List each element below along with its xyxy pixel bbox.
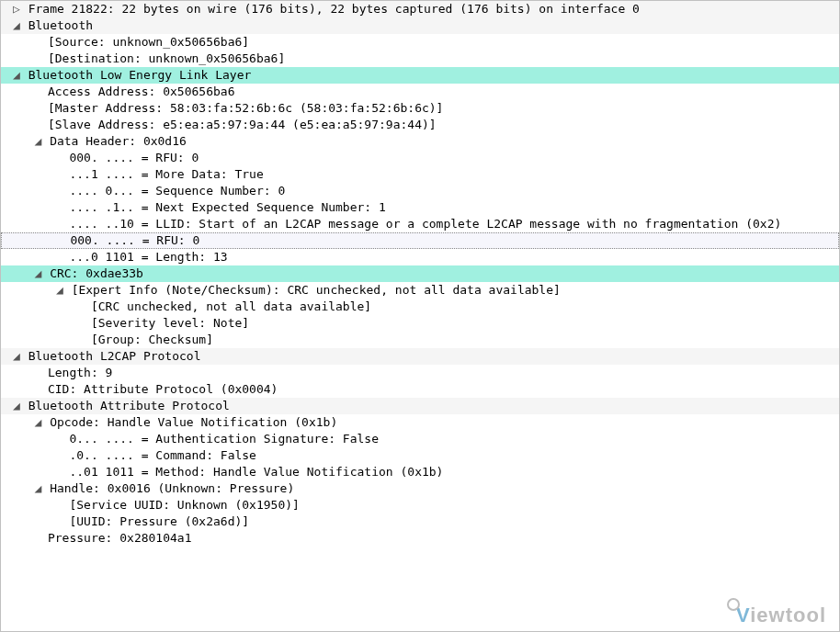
collapse-icon[interactable]: ◢ [55, 282, 64, 299]
expand-icon[interactable]: ▷ [12, 1, 21, 17]
att-auth-row[interactable]: 0... .... = Authentication Signature: Fa… [1, 431, 839, 447]
bluetooth-header-row[interactable]: ◢ Bluetooth [1, 17, 839, 34]
l2cap-length-row[interactable]: Length: 9 [1, 365, 839, 381]
collapse-icon[interactable]: ◢ [33, 133, 42, 150]
ble-slave: [Slave Address: e5:ea:a5:97:9a:44 (e5:ea… [48, 118, 437, 131]
att-auth: 0... .... = Authentication Signature: Fa… [69, 432, 379, 446]
frame-summary: Frame 21822: 22 bytes on wire (176 bits)… [28, 2, 640, 16]
bt-source: [Source: unknown_0x50656ba6] [48, 35, 249, 49]
dh-nesn-row[interactable]: .... .1.. = Next Expected Sequence Numbe… [1, 199, 839, 216]
att-cmd: .0.. .... = Command: False [69, 448, 256, 462]
watermark-logo: Viewtool [723, 607, 826, 624]
att-opcode-title: Opcode: Handle Value Notification (0x1b) [50, 415, 337, 429]
dh-nesn: .... .1.. = Next Expected Sequence Numbe… [69, 200, 385, 214]
dh-length-row[interactable]: ...0 1101 = Length: 13 [1, 249, 839, 265]
crc-group-row[interactable]: [Group: Checksum] [1, 332, 839, 348]
collapse-icon[interactable]: ◢ [33, 265, 42, 282]
crc-title: CRC: 0xdae33b [50, 266, 143, 280]
dh-seq-row[interactable]: .... 0... = Sequence Number: 0 [1, 183, 839, 199]
dh-llid: .... ..10 = LLID: Start of an L2CAP mess… [69, 217, 781, 231]
collapse-icon[interactable]: ◢ [12, 17, 21, 34]
crc-expert-row[interactable]: ◢ [Expert Info (Note/Checksum): CRC unch… [1, 282, 839, 299]
dh-rfu1: 000. .... = RFU: 0 [69, 151, 199, 164]
collapse-icon[interactable]: ◢ [12, 348, 21, 365]
data-header-title: Data Header: 0x0d16 [50, 134, 187, 148]
l2cap-cid: CID: Attribute Protocol (0x0004) [48, 382, 278, 396]
dh-length: ...0 1101 = Length: 13 [69, 250, 227, 264]
bt-destination: [Destination: unknown_0x50656ba6] [48, 51, 285, 65]
att-header-row[interactable]: ◢ Bluetooth Attribute Protocol [1, 398, 839, 414]
l2cap-title: Bluetooth L2CAP Protocol [28, 349, 201, 363]
att-pressure-row[interactable]: Pressure: 0x280104a1 [1, 530, 839, 547]
att-cmd-row[interactable]: .0.. .... = Command: False [1, 447, 839, 464]
watermark-text: iewtool [750, 604, 826, 626]
att-opcode-row[interactable]: ◢ Opcode: Handle Value Notification (0x1… [1, 414, 839, 431]
att-pressure: Pressure: 0x280104a1 [48, 531, 192, 545]
att-handle-row[interactable]: ◢ Handle: 0x0016 (Unknown: Pressure) [1, 480, 839, 497]
crc-severity: [Severity level: Note] [91, 316, 249, 330]
crc-group: [Group: Checksum] [91, 333, 213, 346]
collapse-icon[interactable]: ◢ [33, 480, 42, 497]
ble-slave-row[interactable]: [Slave Address: e5:ea:a5:97:9a:44 (e5:ea… [1, 117, 839, 133]
crc-unchecked: [CRC unchecked, not all data available] [91, 299, 371, 313]
dh-more: ...1 .... = More Data: True [69, 167, 263, 181]
dh-more-row[interactable]: ...1 .... = More Data: True [1, 166, 839, 183]
l2cap-header-row[interactable]: ◢ Bluetooth L2CAP Protocol [1, 348, 839, 365]
att-handle-title: Handle: 0x0016 (Unknown: Pressure) [50, 481, 294, 495]
ble-access-address-row[interactable]: Access Address: 0x50656ba6 [1, 84, 839, 100]
crc-unchecked-row[interactable]: [CRC unchecked, not all data available] [1, 299, 839, 315]
att-title: Bluetooth Attribute Protocol [28, 399, 230, 412]
l2cap-cid-row[interactable]: CID: Attribute Protocol (0x0004) [1, 381, 839, 398]
att-uuid-row[interactable]: [UUID: Pressure (0x2a6d)] [1, 514, 839, 530]
bt-source-row[interactable]: [Source: unknown_0x50656ba6] [1, 34, 839, 51]
ble-master-row[interactable]: [Master Address: 58:03:fa:52:6b:6c (58:0… [1, 100, 839, 117]
dh-seq: .... 0... = Sequence Number: 0 [69, 184, 285, 198]
data-header-row[interactable]: ◢ Data Header: 0x0d16 [1, 133, 839, 150]
att-uuid: [UUID: Pressure (0x2a6d)] [69, 514, 249, 528]
ble-header-row[interactable]: ◢ Bluetooth Low Energy Link Layer [1, 67, 839, 84]
collapse-icon[interactable]: ◢ [12, 67, 21, 84]
ble-title: Bluetooth Low Energy Link Layer [28, 68, 252, 82]
att-service-row[interactable]: [Service UUID: Unknown (0x1950)] [1, 497, 839, 514]
bt-destination-row[interactable]: [Destination: unknown_0x50656ba6] [1, 51, 839, 67]
ble-access-address: Access Address: 0x50656ba6 [48, 85, 235, 98]
att-service: [Service UUID: Unknown (0x1950)] [69, 498, 299, 512]
crc-expert: [Expert Info (Note/Checksum): CRC unchec… [72, 283, 561, 297]
att-method-row[interactable]: ..01 1011 = Method: Handle Value Notific… [1, 464, 839, 480]
dh-rfu2: 000. .... = RFU: 0 [70, 233, 199, 247]
l2cap-length: Length: 9 [48, 366, 112, 379]
collapse-icon[interactable]: ◢ [33, 414, 42, 431]
dh-llid-row[interactable]: .... ..10 = LLID: Start of an L2CAP mess… [1, 216, 839, 232]
crc-header-row[interactable]: ◢ CRC: 0xdae33b [1, 265, 839, 282]
dh-rfu1-row[interactable]: 000. .... = RFU: 0 [1, 150, 839, 166]
dh-rfu2-row[interactable]: 000. .... = RFU: 0 [1, 232, 839, 249]
collapse-icon[interactable]: ◢ [12, 398, 21, 414]
att-method: ..01 1011 = Method: Handle Value Notific… [69, 465, 443, 479]
frame-summary-row[interactable]: ▷ Frame 21822: 22 bytes on wire (176 bit… [1, 1, 839, 17]
crc-severity-row[interactable]: [Severity level: Note] [1, 315, 839, 332]
ble-master: [Master Address: 58:03:fa:52:6b:6c (58:0… [48, 101, 443, 115]
bluetooth-title: Bluetooth [28, 18, 93, 32]
